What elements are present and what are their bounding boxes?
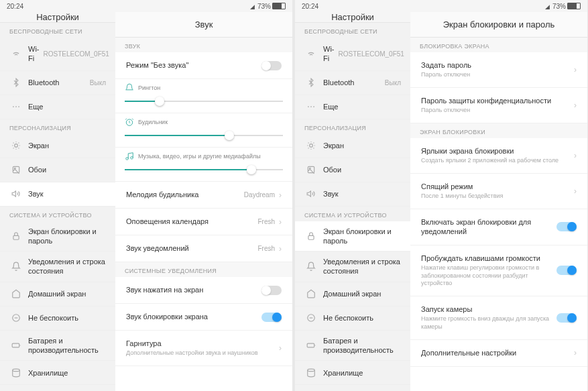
sidebar-title: Настройки — [0, 12, 115, 23]
row-silent-mode[interactable]: Режим "Без звука" — [115, 52, 292, 79]
sidebar-item[interactable]: Еще — [295, 95, 410, 119]
slider-label: Рингтон — [138, 85, 160, 91]
row-sublabel: Пароль отключен — [421, 107, 570, 115]
row-sublabel: После 1 минуты бездействия — [421, 192, 570, 201]
chevron-right-icon: › — [574, 65, 577, 74]
settings-sidebar[interactable]: Настройки БЕСПРОВОДНЫЕ СЕТИWi-FiROSTELEC… — [0, 12, 115, 391]
screen-sound: 20:24 73% Настройки БЕСПРОВОДНЫЕ СЕТИWi-… — [0, 0, 292, 391]
setting-row[interactable]: Звук нажатия на экран — [115, 277, 292, 304]
section-header: БЕСПРОВОДНЫЕ СЕТИ — [295, 23, 410, 38]
sidebar-item[interactable]: Еще — [0, 95, 115, 119]
sidebar-item-label: Батарея и производительность — [28, 336, 106, 355]
sidebar-item[interactable]: Экран — [295, 134, 410, 158]
sidebar-item[interactable]: Не беспокоить — [295, 306, 410, 331]
sidebar-item-value: Выкл — [385, 79, 401, 87]
volume-slider-row: Будильник — [115, 113, 292, 148]
home-icon — [9, 289, 23, 298]
sidebar-item-value: Выкл — [90, 79, 106, 87]
setting-row[interactable]: Спящий режимПосле 1 минуты бездействия› — [410, 174, 587, 209]
sidebar-item[interactable]: Дополнительно — [295, 385, 410, 391]
toggle[interactable] — [261, 313, 282, 322]
sidebar-item[interactable]: Wi-FiROSTELECOM_0F51 — [295, 38, 410, 71]
volume-slider[interactable] — [125, 97, 283, 106]
volume-slider[interactable] — [125, 165, 283, 174]
row-label: Задать парольПароль отключен — [421, 60, 570, 79]
svg-point-0 — [13, 106, 14, 107]
sidebar-item[interactable]: BluetoothВыкл — [0, 71, 115, 95]
toggle[interactable] — [556, 266, 577, 275]
sidebar-title: Настройки — [295, 12, 410, 23]
toggle[interactable] — [261, 286, 282, 295]
detail-pane-sound[interactable]: Звук ЗВУК Режим "Без звука" Рингтон Буди… — [115, 12, 292, 391]
detail-pane-lockscreen[interactable]: Экран блокировки и пароль БЛОКИРОВКА ЭКР… — [410, 12, 587, 391]
sidebar-item[interactable]: Дополнительно — [0, 385, 115, 391]
status-time: 20:24 — [302, 3, 318, 10]
svg-rect-18 — [308, 166, 314, 172]
setting-row[interactable]: Пробуждать клавишами громкостиНажатие кл… — [410, 245, 587, 296]
row-label: Ярлыки экрана блокировкиСоздать ярлыки 2… — [421, 146, 570, 165]
settings-sidebar[interactable]: Настройки БЕСПРОВОДНЫЕ СЕТИWi-FiROSTELEC… — [295, 12, 410, 391]
home-icon — [304, 289, 318, 298]
sidebar-item[interactable]: Батарея и производительность — [295, 331, 410, 361]
wifi-icon — [9, 49, 23, 58]
row-sublabel: Нажатие клавиш регулировки громкости в з… — [421, 264, 556, 288]
toggle[interactable] — [556, 222, 577, 231]
sidebar-item-label: Домашний экран — [323, 289, 401, 298]
sidebar-item[interactable]: Хранилище — [0, 361, 115, 385]
row-label: Звук уведомлений — [126, 243, 253, 253]
svg-rect-4 — [13, 166, 19, 172]
dnd-icon — [304, 313, 318, 323]
sidebar-item[interactable]: Уведомления и строка состояния — [0, 252, 115, 282]
sidebar-item[interactable]: Хранилище — [295, 361, 410, 385]
sidebar-item[interactable]: Экран — [0, 134, 115, 158]
volume-slider-row: Рингтон — [115, 79, 292, 113]
sidebar-item[interactable]: BluetoothВыкл — [295, 71, 410, 95]
sidebar-item-label: Bluetooth — [28, 78, 86, 87]
row-sublabel: Создать ярлыки 2 приложений на рабочем с… — [421, 157, 570, 165]
detail-title: Звук — [115, 12, 292, 38]
sidebar-item-label: Уведомления и строка состояния — [323, 257, 401, 276]
sidebar-item-value: ROSTELECOM_0F51 — [339, 50, 404, 58]
setting-row[interactable]: Ярлыки экрана блокировкиСоздать ярлыки 2… — [410, 138, 587, 174]
battery-icon: 73% — [257, 3, 286, 10]
setting-row[interactable]: Звук блокировки экрана — [115, 304, 292, 331]
sidebar-item[interactable]: Домашний экран — [295, 282, 410, 306]
setting-row[interactable]: Включать экран блокировки для уведомлени… — [410, 209, 587, 245]
sidebar-item[interactable]: Звук — [0, 182, 115, 207]
toggle-silent[interactable] — [261, 61, 282, 70]
sidebar-item[interactable]: Не беспокоить — [0, 306, 115, 331]
sidebar-item[interactable]: Домашний экран — [0, 282, 115, 306]
storage-icon — [304, 368, 318, 378]
sidebar-item-label: Не беспокоить — [28, 313, 106, 323]
chevron-right-icon: › — [574, 186, 577, 196]
volume-slider[interactable] — [125, 131, 283, 140]
sidebar-item[interactable]: Звук — [295, 182, 410, 207]
setting-row[interactable]: Звук уведомленийFresh› — [115, 235, 292, 262]
chevron-right-icon: › — [574, 151, 577, 160]
toggle[interactable] — [556, 313, 577, 323]
sidebar-item[interactable]: Уведомления и строка состояния — [295, 252, 410, 282]
lock-icon — [304, 231, 318, 241]
svg-point-3 — [15, 144, 18, 148]
row-label: Звук блокировки экрана — [126, 312, 261, 321]
setting-row[interactable]: Оповещения календаряFresh› — [115, 209, 292, 235]
setting-row[interactable]: Пароль защиты конфиденциальностиПароль о… — [410, 88, 587, 123]
sidebar-item[interactable]: Экран блокировки и пароль — [295, 221, 410, 252]
wifi-icon — [545, 3, 550, 10]
sidebar-item[interactable]: Wi-FiROSTELECOM_0F51 — [0, 38, 115, 71]
setting-row[interactable]: Запуск камерыНажмите громкость вниз дваж… — [410, 296, 587, 340]
sidebar-item[interactable]: Батарея и производительность — [0, 331, 115, 361]
sidebar-item-label: Экран — [28, 141, 106, 150]
sidebar-item[interactable]: Обои — [295, 158, 410, 182]
battery-icon — [9, 341, 23, 350]
sidebar-item[interactable]: Обои — [0, 158, 115, 182]
display-icon — [304, 141, 318, 150]
setting-row[interactable]: Дополнительные настройки› — [410, 340, 587, 367]
setting-row[interactable]: Задать парольПароль отключен› — [410, 52, 587, 88]
sidebar-item[interactable]: Экран блокировки и пароль — [0, 221, 115, 252]
wallpaper-icon — [9, 165, 23, 174]
storage-icon — [9, 368, 23, 378]
setting-row[interactable]: ГарнитураДополнительные настройки звука … — [115, 331, 292, 366]
volume-slider-row: Музыка, видео, игры и другие медиафайлы — [115, 148, 292, 182]
setting-row[interactable]: Мелодия будильникаDaydream› — [115, 182, 292, 209]
